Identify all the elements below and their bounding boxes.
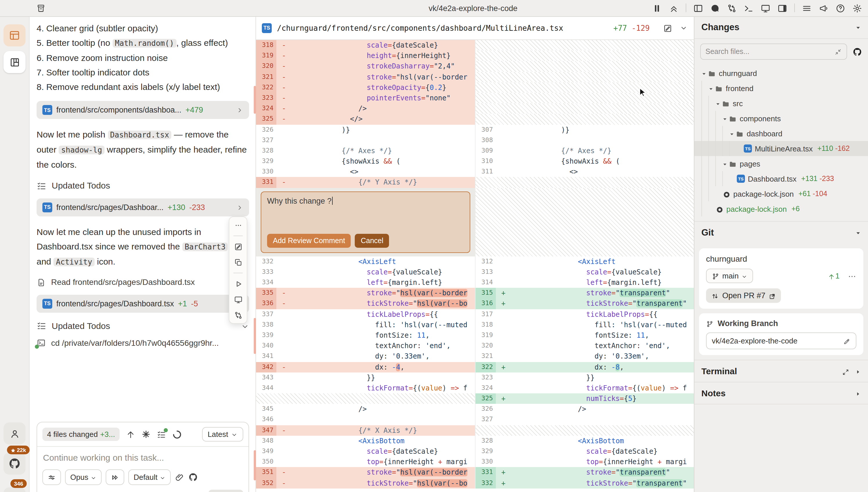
tree-label: components (740, 114, 781, 123)
github-cat-button[interactable] (852, 47, 862, 56)
edit-diff-button[interactable] (234, 241, 242, 252)
file-diff-chip-multilinearea[interactable]: TSfrontend/src/components/dashboa...+479 (37, 101, 249, 119)
expand-icon[interactable] (842, 366, 849, 376)
message-input[interactable]: Continue working on this task... (37, 447, 249, 467)
read-file-row[interactable]: Read frontend/src/pages/Dashboard.tsx (37, 277, 249, 287)
git-compare-button[interactable] (234, 310, 242, 320)
caret-down-icon (722, 114, 727, 123)
github-button[interactable] (3, 452, 26, 474)
layout-view-button[interactable] (3, 24, 26, 46)
diff-line-new: 330top={innerHeight + margi (475, 457, 695, 467)
panel-right-button[interactable] (777, 3, 787, 14)
diff-sign (276, 457, 291, 467)
working-branch-input[interactable]: vk/4e2a-explore-the-code (706, 333, 857, 349)
git-compare-button[interactable] (727, 3, 737, 14)
todos-button[interactable] (157, 429, 166, 440)
settings-sliders-button[interactable] (42, 469, 61, 485)
fast-forward-button[interactable] (106, 469, 124, 485)
diff-sign: - (276, 103, 291, 114)
tree-row-frontend[interactable]: frontend (695, 81, 868, 96)
send-button[interactable]: Send (209, 490, 243, 492)
archive-button[interactable] (36, 3, 46, 14)
ff-icon (111, 474, 119, 482)
attach-button[interactable] (175, 472, 184, 482)
account-button[interactable] (3, 422, 26, 444)
changes-section-header[interactable]: Changes (695, 16, 868, 38)
tree-row-package-lock-json[interactable]: package-lock.json+6 (695, 201, 868, 216)
tree-row-dashboard-tsx[interactable]: TSDashboard.tsx+131 -233 (695, 171, 868, 186)
gear-button[interactable] (852, 3, 862, 14)
diff-line-new: 319fontSize: 11, (475, 330, 695, 341)
collapse-file-button[interactable] (680, 23, 687, 33)
play-button[interactable] (234, 278, 242, 289)
menu-button[interactable] (802, 3, 812, 14)
tree-row-churnguard[interactable]: churnguard (695, 66, 868, 81)
chat-bubble-button[interactable] (710, 3, 720, 14)
tree-label: dashboard (747, 129, 782, 138)
cancel-button[interactable]: Cancel (355, 233, 389, 247)
monitor-button[interactable] (760, 3, 771, 14)
tri-down-icon (722, 162, 727, 167)
code-text: tickLabelProps={{ (511, 309, 695, 319)
line-number: 320 (475, 341, 496, 351)
diff-line-old: 320-strokeDasharray="2,4" (256, 61, 475, 72)
updated-todos-row[interactable]: Updated Todos (37, 320, 249, 331)
file-diff-chip-dashboard-page[interactable]: TSfrontend/src/pages/Dashboar...+130-233 (37, 198, 249, 216)
push-ahead-indicator[interactable]: 1 (828, 272, 840, 280)
line-number: 322 (256, 82, 276, 93)
tree-row-pages[interactable]: pages (695, 156, 868, 171)
diff-mode-button[interactable] (663, 23, 672, 33)
line-number: 352 (256, 478, 276, 488)
tree-diff-stats: +131 -233 (801, 175, 834, 183)
tree-row-multilinearea-tsx[interactable]: TSMultiLineArea.tsx+110 -162 (695, 141, 868, 156)
megaphone-button[interactable] (819, 3, 828, 14)
pause-button[interactable] (652, 3, 662, 14)
spark-icon[interactable] (142, 430, 150, 439)
monitor-button[interactable] (234, 294, 242, 304)
help-button[interactable] (836, 3, 845, 14)
pencil-icon[interactable] (843, 337, 850, 345)
add-review-comment-button[interactable]: Add Review Comment (267, 233, 351, 247)
line-number: 314 (475, 277, 496, 288)
mode-dropdown[interactable]: Default (128, 469, 171, 485)
terminal-command-row[interactable]: cd /private/var/folders/10/h7w0q46556ggr… (37, 339, 249, 348)
updated-todos-row[interactable]: Updated Todos (37, 180, 249, 191)
model-dropdown[interactable]: Opus (65, 469, 101, 485)
diff-row: 337tickLabelProps={{317tickLabelProps={{ (256, 309, 695, 319)
arrow-up-icon (828, 273, 835, 280)
indent-guide (701, 156, 708, 171)
diff-row: 332<AxisLeft312<AxisLeft (256, 256, 695, 267)
terminal-section-header[interactable]: Terminal (695, 360, 868, 382)
chevron-down-icon (91, 473, 96, 482)
tree-row-components[interactable]: components (695, 111, 868, 126)
copy-button[interactable] (234, 257, 242, 268)
tree-row-dashboard[interactable]: dashboard (695, 126, 868, 141)
tree-row-package-lock-json[interactable]: package-lock.json+61 -104 (695, 186, 868, 201)
diff-sign: - (276, 425, 291, 436)
tree-row-src[interactable]: src (695, 96, 868, 111)
branch-dropdown[interactable]: main (706, 269, 753, 283)
review-comment-text[interactable]: Why this change ? (267, 196, 464, 205)
discord-button[interactable] (3, 487, 26, 492)
collapse-tree-button[interactable] (834, 48, 842, 56)
composer: 4 files changed +3... Latest Continue wo… (37, 422, 249, 492)
terminal-button[interactable] (744, 3, 754, 14)
search-files-input[interactable]: Search files... (700, 44, 847, 60)
notes-section-header[interactable]: Notes (695, 382, 868, 404)
scroll-to-top-button[interactable] (126, 429, 135, 439)
chevrons-up-button[interactable] (669, 3, 679, 14)
file-diff-chip-dashboard-small[interactable]: TSfrontend/src/pages/Dashboard.tsx+1-5 (37, 295, 249, 313)
diff-row: 329{showAxis && (310{showAxis && ( (256, 156, 695, 167)
open-pr-button[interactable]: Open PR #7 (706, 288, 781, 303)
review-comment-box[interactable]: Why this change ?Add Review CommentCance… (261, 191, 470, 253)
panel-left-button[interactable] (693, 3, 703, 14)
git-section-header[interactable]: Git (695, 222, 868, 244)
files-changed-chip[interactable]: 4 files changed +3... (42, 427, 120, 441)
version-dropdown[interactable]: Latest (202, 427, 243, 442)
copilot-cat-button[interactable] (188, 472, 198, 482)
kanban-icon (9, 56, 20, 68)
dots-h-button[interactable] (234, 220, 242, 230)
more-actions-button[interactable] (848, 271, 857, 280)
board-view-button[interactable] (3, 51, 26, 73)
tri-down-icon (855, 230, 861, 236)
